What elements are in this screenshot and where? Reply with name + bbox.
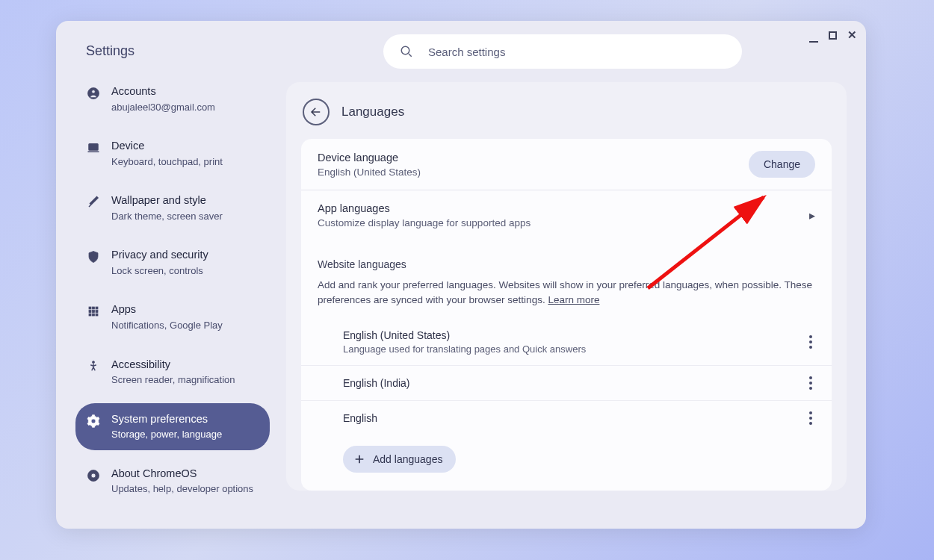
accessibility-icon	[86, 359, 101, 374]
svg-point-15	[401, 46, 409, 55]
sidebar-item-accessibility[interactable]: Accessibility Screen reader, magnificati…	[75, 349, 270, 396]
search-bar[interactable]	[383, 34, 742, 69]
sidebar-item-sublabel: Keyboard, touchpad, print	[111, 155, 223, 169]
sidebar-item-sublabel: Screen reader, magnification	[111, 373, 235, 387]
row-title: Device language	[318, 152, 421, 164]
svg-rect-8	[96, 311, 98, 313]
sidebar-item-sublabel: Updates, help, developer options	[111, 482, 253, 496]
svg-point-1	[92, 90, 96, 94]
sidebar-item-accounts[interactable]: Accounts abujaleel30@gmail.com	[75, 75, 270, 122]
learn-more-link[interactable]: Learn more	[548, 294, 599, 305]
svg-point-12	[93, 361, 95, 363]
account-icon	[86, 86, 101, 101]
sidebar-item-apps[interactable]: Apps Notifications, Google Play	[75, 293, 270, 340]
language-name: English (United States)	[343, 329, 586, 341]
search-input[interactable]	[428, 46, 726, 58]
sidebar-item-sublabel: Storage, power, language	[111, 428, 222, 441]
laptop-icon	[86, 140, 101, 155]
svg-rect-10	[93, 314, 95, 316]
sidebar-item-privacy[interactable]: Privacy and security Lock screen, contro…	[75, 239, 270, 286]
sidebar-item-label: System preferences	[111, 412, 222, 427]
language-name: English	[343, 412, 377, 424]
search-icon	[400, 45, 413, 58]
device-language-value: English (United States)	[318, 167, 421, 178]
sidebar-item-wallpaper[interactable]: Wallpaper and style Dark theme, screen s…	[75, 184, 270, 231]
language-name: English (India)	[343, 377, 410, 389]
main-content: Languages Device language English (Unite…	[280, 21, 866, 529]
app-languages-row[interactable]: App languages Customize display language…	[301, 190, 832, 240]
panel-title: Languages	[341, 105, 404, 119]
svg-rect-7	[93, 311, 95, 313]
svg-rect-6	[89, 311, 91, 313]
more-options-button[interactable]	[809, 411, 812, 425]
language-row: English (India)	[301, 365, 832, 400]
sidebar-item-about[interactable]: About ChromeOS Updates, help, developer …	[75, 458, 270, 505]
sidebar-item-sublabel: Notifications, Google Play	[111, 319, 223, 332]
svg-rect-9	[89, 314, 91, 316]
apps-grid-icon	[86, 304, 101, 319]
gear-icon	[86, 414, 101, 429]
sidebar-item-label: Accessibility	[111, 358, 235, 373]
more-options-button[interactable]	[809, 376, 812, 390]
chrome-icon	[86, 468, 101, 483]
chevron-right-icon: ▸	[809, 208, 815, 223]
sidebar: Settings Accounts abujaleel30@gmail.com …	[56, 21, 280, 529]
website-languages-desc: Add and rank your preferred languages. W…	[301, 278, 832, 319]
add-languages-label: Add languages	[373, 453, 442, 465]
website-languages-label: Website languages	[301, 240, 832, 278]
sidebar-item-system-preferences[interactable]: System preferences Storage, power, langu…	[75, 403, 270, 450]
device-language-row: Device language English (United States) …	[301, 139, 832, 190]
sidebar-item-sublabel: abujaleel30@gmail.com	[111, 101, 215, 114]
sidebar-item-label: Device	[111, 139, 223, 154]
sidebar-item-label: Wallpaper and style	[111, 193, 223, 208]
svg-rect-5	[96, 307, 98, 309]
language-list: English (United States) Language used fo…	[301, 319, 832, 435]
more-options-button[interactable]	[809, 335, 812, 349]
shield-icon	[86, 249, 101, 264]
change-button[interactable]: Change	[749, 151, 815, 178]
svg-rect-3	[89, 307, 91, 309]
languages-panel: Languages Device language English (Unite…	[286, 82, 847, 491]
svg-rect-4	[93, 307, 95, 309]
arrow-left-icon	[309, 105, 323, 119]
sidebar-item-sublabel: Dark theme, screen saver	[111, 210, 223, 223]
language-sublabel: Language used for translating pages and …	[343, 343, 586, 355]
add-languages-button[interactable]: Add languages	[343, 446, 456, 473]
row-sublabel: Customize display language for supported…	[318, 217, 531, 228]
back-button[interactable]	[303, 99, 330, 125]
sidebar-item-label: About ChromeOS	[111, 467, 253, 482]
sidebar-item-sublabel: Lock screen, controls	[111, 264, 208, 278]
svg-rect-11	[96, 314, 98, 316]
brush-icon	[86, 195, 101, 210]
svg-point-14	[91, 473, 96, 478]
sidebar-item-label: Accounts	[111, 84, 215, 99]
plus-icon	[353, 453, 365, 465]
language-row: English (United States) Language used fo…	[301, 319, 832, 365]
svg-rect-2	[89, 144, 98, 150]
sidebar-item-label: Privacy and security	[111, 248, 208, 263]
language-row: English	[301, 400, 832, 435]
sidebar-item-device[interactable]: Device Keyboard, touchpad, print	[75, 130, 270, 177]
sidebar-item-label: Apps	[111, 302, 223, 317]
settings-window: ✕ Settings Accounts abujaleel30@gmail.co…	[56, 21, 866, 529]
row-title: App languages	[318, 202, 531, 214]
app-title: Settings	[86, 43, 262, 59]
